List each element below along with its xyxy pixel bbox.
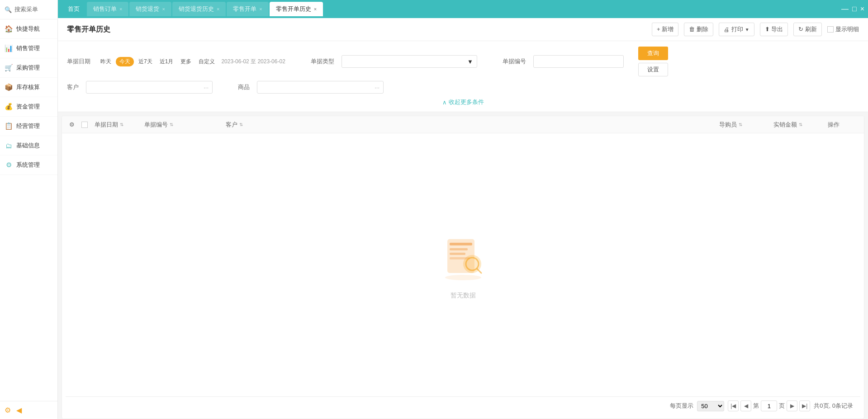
last7days-btn[interactable]: 近7天 (136, 57, 155, 66)
settings-bottom-icon[interactable]: ⚙ (5, 406, 11, 414)
tab-bar: 首页 销售订单 × 销货退货 × 销货退货历史 × 零售开单 × 零售开单历史 … (58, 0, 868, 18)
minimize-btn[interactable]: — (841, 5, 849, 13)
th-customer-label: 客户 (226, 121, 237, 129)
tab-retail-open[interactable]: 零售开单 × (227, 2, 268, 16)
sidebar-item-sales-mgmt[interactable]: 📊 销售管理 (0, 39, 57, 58)
query-button[interactable]: 查询 (638, 47, 668, 60)
customer-sort-icon: ⇅ (239, 122, 243, 127)
tab-sales-return[interactable]: 销货退货 × (129, 2, 171, 16)
bill-number-input[interactable] (533, 55, 624, 68)
tab-sales-order[interactable]: 销售订单 × (87, 2, 128, 16)
display-detail-checkbox[interactable] (827, 26, 834, 33)
settings-button[interactable]: 设置 (638, 63, 668, 76)
last-page-btn[interactable]: ▶| (799, 400, 810, 411)
sales-icon: 📊 (5, 44, 13, 52)
table-header: ⚙ 单据日期 ⇅ 单据编号 ⇅ 客户 ⇅ 导购员 ⇅ (62, 116, 864, 133)
svg-rect-2 (450, 243, 472, 245)
sidebar: 🔍 搜索采单 🏠 快捷导航 📊 销售管理 🛒 采购管理 📦 库存核算 💰 资金管… (0, 0, 58, 419)
tab-retail-open-history-close[interactable]: × (314, 6, 317, 12)
add-button[interactable]: + 新增 (652, 23, 678, 36)
sidebar-item-label: 库存核算 (16, 83, 40, 91)
bill-type-label: 单据类型 (311, 57, 334, 66)
tab-sales-return-close[interactable]: × (162, 6, 165, 12)
collapse-sidebar-icon[interactable]: ◀ (16, 406, 22, 414)
sidebar-item-label: 采购管理 (16, 64, 40, 72)
collapse-up-icon: ∧ (442, 99, 447, 106)
tab-sales-return-history[interactable]: 销货退货历史 × (172, 2, 226, 16)
today-btn[interactable]: 今天 (116, 57, 134, 66)
sidebar-item-ops-mgmt[interactable]: 📋 经营管理 (0, 117, 57, 136)
th-date-label: 单据日期 (95, 121, 118, 129)
delete-button[interactable]: 🗑 删除 (684, 23, 713, 36)
yesterday-btn[interactable]: 昨天 (98, 57, 114, 66)
th-number[interactable]: 单据编号 ⇅ (141, 121, 222, 129)
date-filter-label: 单据日期 (67, 57, 90, 66)
goods-select[interactable]: ··· (257, 81, 384, 94)
custom-btn[interactable]: 自定义 (196, 57, 218, 66)
print-dropdown-icon: ▼ (745, 27, 749, 32)
bill-type-select[interactable]: ▼ (342, 55, 477, 68)
last1month-btn[interactable]: 近1月 (157, 57, 176, 66)
maximize-btn[interactable]: □ (852, 5, 857, 13)
page-size-select[interactable]: 50 10 20 100 (697, 401, 724, 411)
th-amount[interactable]: 实销金额 ⇅ (770, 121, 824, 129)
sidebar-item-sys-mgmt[interactable]: ⚙ 系统管理 (0, 155, 57, 175)
customer-ellipsis[interactable]: ··· (204, 84, 209, 91)
goods-filter-label: 商品 (238, 83, 250, 91)
sidebar-item-label: 资金管理 (16, 103, 40, 111)
sidebar-item-inventory[interactable]: 📦 库存核算 (0, 78, 57, 97)
tab-retail-open-history-label: 零售开单历史 (276, 5, 311, 13)
more-btn[interactable]: 更多 (178, 57, 194, 66)
collapse-filter-label: 收起更多条件 (449, 98, 484, 106)
next-page-btn[interactable]: ▶ (787, 400, 797, 411)
sidebar-search[interactable]: 🔍 搜索采单 (0, 0, 57, 19)
page-total: 共0页, 0条记录 (814, 402, 853, 410)
tab-sales-return-history-close[interactable]: × (217, 6, 219, 12)
print-button[interactable]: 🖨 打印 ▼ (719, 23, 754, 36)
th-action: 操作 (824, 121, 860, 129)
tab-sales-order-close[interactable]: × (119, 6, 122, 12)
filter-row-1: 单据日期 昨天 今天 近7天 近1月 更多 自定义 2023-06-02 至 2… (67, 47, 859, 76)
table-settings-btn[interactable]: ⚙ (66, 121, 78, 128)
content-area: 零售开单历史 + 新增 🗑 删除 🖨 打印 ▼ ⬆ 导出 ↻ 刷新 显示明细 (58, 18, 868, 419)
goods-ellipsis[interactable]: ··· (375, 84, 379, 91)
guide-sort-icon: ⇅ (739, 122, 742, 127)
page-label: 页 (779, 402, 785, 410)
page-number-input[interactable] (761, 400, 777, 411)
sidebar-item-basic-info[interactable]: 🗂 基础信息 (0, 136, 57, 155)
export-button[interactable]: ⬆ 导出 (760, 23, 788, 36)
sidebar-item-finance[interactable]: 💰 资金管理 (0, 97, 57, 117)
bill-type-dropdown-icon: ▼ (467, 58, 473, 65)
tab-home-label: 首页 (68, 5, 80, 13)
th-guide[interactable]: 导购员 ⇅ (716, 121, 770, 129)
th-date[interactable]: 单据日期 ⇅ (91, 121, 141, 129)
tab-home[interactable]: 首页 (62, 2, 86, 16)
refresh-button[interactable]: ↻ 刷新 (793, 23, 822, 36)
th-customer[interactable]: 客户 ⇅ (222, 121, 716, 129)
close-btn[interactable]: × (860, 5, 864, 13)
select-all-checkbox[interactable] (78, 122, 91, 128)
tab-sales-order-label: 销售订单 (93, 5, 117, 13)
sidebar-item-quick-nav[interactable]: 🏠 快捷导航 (0, 19, 57, 39)
tab-retail-open-close[interactable]: × (259, 6, 262, 12)
purchase-icon: 🛒 (5, 64, 13, 72)
basic-info-icon: 🗂 (5, 141, 13, 150)
customer-select[interactable]: ··· (86, 81, 213, 94)
collapse-filter-btn[interactable]: ∧ 收起更多条件 (67, 98, 859, 106)
tab-sales-return-history-label: 销货退货历史 (179, 5, 214, 13)
tab-retail-open-history[interactable]: 零售开单历史 × (270, 2, 323, 16)
tab-retail-open-label: 零售开单 (233, 5, 256, 13)
window-controls: — □ × (841, 5, 864, 13)
amount-sort-icon: ⇅ (799, 122, 802, 127)
finance-icon: 💰 (5, 103, 13, 111)
display-detail-toggle[interactable]: 显示明细 (827, 25, 859, 33)
page-title: 零售开单历史 (67, 25, 110, 34)
svg-rect-3 (450, 248, 468, 250)
sidebar-item-purchase-mgmt[interactable]: 🛒 采购管理 (0, 58, 57, 78)
empty-illustration (436, 230, 490, 284)
customer-filter-label: 客户 (67, 83, 79, 91)
first-page-btn[interactable]: |◀ (728, 400, 739, 411)
prev-page-btn[interactable]: ◀ (740, 400, 751, 411)
sidebar-search-label: 搜索采单 (14, 5, 38, 14)
print-label: 打印 (731, 25, 743, 33)
